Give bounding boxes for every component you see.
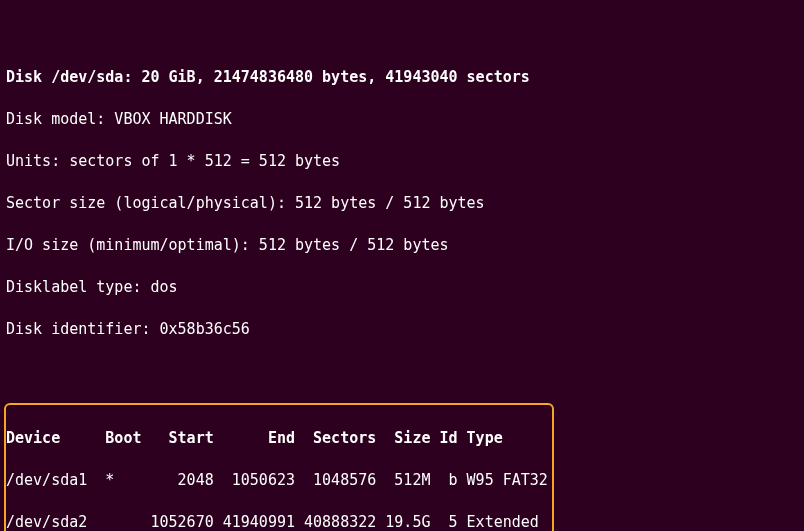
partition-table-header: Device Boot Start End Sectors Size Id Ty… [6, 428, 548, 449]
terminal-output: Disk /dev/sda: 20 GiB, 21474836480 bytes… [0, 0, 804, 531]
disk-sda-header: Disk /dev/sda: 20 GiB, 21474836480 bytes… [6, 67, 798, 88]
disk-sda-label: Disklabel type: dos [6, 277, 798, 298]
disk-sda-ident: Disk identifier: 0x58b36c56 [6, 319, 798, 340]
blank-line [6, 25, 798, 46]
table-row: /dev/sda1 * 2048 1050623 1048576 512M b … [6, 470, 548, 491]
table-row: /dev/sda2 1052670 41940991 40888322 19.5… [6, 512, 548, 531]
disk-sda-io: I/O size (minimum/optimal): 512 bytes / … [6, 235, 798, 256]
disk-sda-sector: Sector size (logical/physical): 512 byte… [6, 193, 798, 214]
disk-sda-units: Units: sectors of 1 * 512 = 512 bytes [6, 151, 798, 172]
blank-line [6, 361, 798, 382]
disk-sda-model: Disk model: VBOX HARDDISK [6, 109, 798, 130]
partition-table-highlight: Device Boot Start End Sectors Size Id Ty… [4, 403, 554, 531]
